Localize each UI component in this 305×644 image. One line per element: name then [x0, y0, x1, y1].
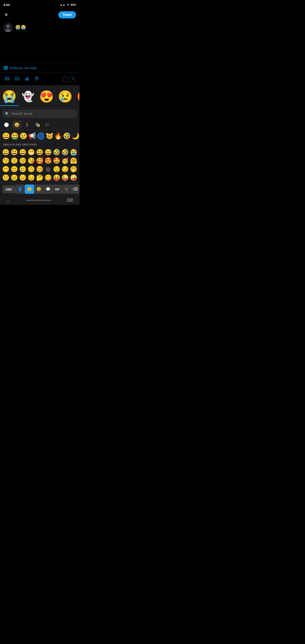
tab-objects[interactable]: 🏷 [43, 121, 52, 129]
emoji-key[interactable]: 😊 [25, 184, 34, 194]
emoji-category-tabs: 🕐 😀 🚶 🎭 🏷 [0, 120, 80, 130]
emoji-panel: 😭 👻 😍 😢 😡 🔍 🕐 😀 🚶 🎭 🏷 😀 🤮 😢 📢 🌀 😿 🔥 🤣 🌙 … [0, 86, 80, 205]
emoji-smiley[interactable]: 😃 [10, 148, 19, 156]
avatar-image [4, 23, 13, 32]
featured-emoji-ghost[interactable]: 👻 [19, 87, 37, 106]
emoji-holding-back-tears[interactable]: 🥲 [19, 165, 27, 173]
emoji-partying[interactable]: 🥳 [61, 156, 69, 165]
emoji-smiling-hearts[interactable]: 🥰 [36, 156, 44, 165]
tab-smileys[interactable]: 😀 [12, 120, 22, 129]
sticker2-key[interactable]: 😃 [34, 184, 44, 194]
poll-button[interactable] [23, 74, 31, 84]
recent-emoji-row: 😀 🤮 😢 📢 🌀 😿 🔥 🤣 🌙 [0, 130, 80, 142]
emoji-slightly-smiling[interactable]: 🙂 [10, 165, 19, 173]
emoji-slightly-frowning[interactable]: 🙁 [2, 173, 10, 182]
emoji-rofl2[interactable]: 🤣 [61, 148, 69, 156]
svg-point-1 [6, 24, 10, 28]
svg-rect-9 [28, 77, 28, 80]
emoji-relaxed[interactable]: ☺ [44, 165, 52, 173]
top-bar: ✕ Tweet [0, 9, 80, 20]
svg-rect-3 [6, 77, 9, 80]
compose-toolbar: GIF + [0, 73, 80, 86]
recent-emoji-6[interactable]: 😿 [46, 132, 54, 140]
emoji-pensive[interactable]: 😔 [27, 173, 36, 182]
emoji-neutral[interactable]: 😐 [10, 173, 19, 182]
emoji-star-struck[interactable]: 🤩 [52, 156, 61, 165]
tab-activities[interactable]: 🎭 [33, 120, 42, 129]
emoticon-key[interactable]: :-) [62, 184, 70, 194]
keyboard-bottom-row: ABC 👤 😊 😃 💬 GIF :-) ⌫ [0, 182, 80, 196]
tab-people[interactable]: 🚶 [22, 120, 32, 129]
tweet-button[interactable]: Tweet [58, 11, 76, 18]
image-button[interactable] [4, 74, 12, 84]
signal-icon: ▲▲ [60, 3, 65, 6]
emoji-blush[interactable]: 😊 [36, 165, 44, 173]
hide-keyboard-button[interactable]: ⌄ [6, 198, 10, 203]
emoji-winking-tongue[interactable]: 😜 [61, 173, 69, 182]
emoji-thinking[interactable]: 🤔 [36, 173, 44, 182]
recent-emoji-4[interactable]: 📢 [28, 132, 36, 140]
svg-point-10 [36, 78, 37, 79]
emoji-search-input[interactable] [12, 112, 74, 116]
add-content-button[interactable]: + [70, 76, 76, 82]
reply-setting[interactable]: 🌐 Everyone can reply [0, 63, 80, 73]
emoji-shushing[interactable]: 🤭 [69, 165, 78, 173]
gif-button[interactable]: GIF [13, 74, 21, 84]
emoji-smirk[interactable]: 😏 [61, 165, 69, 173]
home-bar: ⌄ ⌨ [0, 196, 80, 205]
emoji-rofl[interactable]: 🤣 [52, 148, 61, 156]
close-button[interactable]: ✕ [4, 11, 9, 18]
emoji-kissing-heart[interactable]: 😘 [27, 156, 36, 165]
status-bar: 4:04 ▲▲ ▼ 93% [0, 0, 80, 9]
emoji-no-mouth[interactable]: 😶 [2, 165, 10, 173]
emoji-yum[interactable]: 😋 [44, 173, 52, 182]
featured-emoji-angry[interactable]: 😡 [74, 87, 80, 106]
featured-emojis-row: 😭 👻 😍 😢 😡 [0, 86, 80, 108]
emoji-search-bar: 🔍 [2, 110, 77, 118]
featured-emoji-crying2[interactable]: 😢 [56, 87, 74, 106]
emoji-smile[interactable]: 😄 [19, 148, 27, 156]
avatar [4, 23, 13, 32]
home-indicator [26, 200, 51, 201]
featured-emoji-crying[interactable]: 😭 [0, 87, 19, 106]
backspace-key[interactable]: ⌫ [70, 184, 80, 194]
reply-label: Everyone can reply [10, 66, 37, 70]
recent-emoji-8[interactable]: 🤣 [63, 132, 71, 140]
emoji-sweat-smile[interactable]: 😅 [44, 148, 52, 156]
emoji-stuck-out-tongue[interactable]: 😝 [52, 173, 61, 182]
tweet-text[interactable]: 😭😭 [15, 23, 76, 60]
recent-emoji-1[interactable]: 😀 [2, 132, 10, 140]
compose-area: 😭😭 [0, 20, 80, 63]
location-button[interactable] [32, 74, 41, 84]
tab-recent[interactable]: 🕐 [2, 120, 11, 129]
battery-text: 93% [70, 3, 76, 6]
recent-emoji-7[interactable]: 🔥 [54, 132, 62, 140]
recent-emoji-9[interactable]: 🌙 [72, 132, 80, 140]
recent-emoji-3[interactable]: 😢 [20, 132, 27, 140]
emoji-kissing-smiling[interactable]: 😙 [10, 156, 19, 165]
char-counter [62, 76, 68, 82]
featured-emoji-heart-eyes[interactable]: 😍 [37, 87, 56, 106]
emoji-laughing[interactable]: 😆 [36, 148, 44, 156]
emoji-sob[interactable]: 😭 [69, 148, 78, 156]
search-icon: 🔍 [5, 112, 9, 116]
sticker-key[interactable]: 👤 [16, 184, 25, 194]
emoji-grinning[interactable]: 😀 [2, 148, 10, 156]
emoji-zany[interactable]: 🤪 [69, 173, 78, 182]
gif-key[interactable]: GIF [53, 184, 62, 194]
emoji-relieved[interactable]: 😌 [52, 165, 61, 173]
abc-key[interactable]: ABC [2, 185, 16, 193]
recent-emoji-5[interactable]: 🌀 [37, 132, 45, 140]
emoji-heart-eyes[interactable]: 😍 [44, 156, 52, 165]
recent-emoji-2[interactable]: 🤮 [11, 132, 19, 140]
svg-rect-7 [25, 79, 26, 80]
emoji-hugs[interactable]: 🤗 [69, 156, 78, 165]
keyboard-settings-button[interactable]: ⌨ [67, 198, 73, 203]
emoji-grin[interactable]: 😁 [27, 148, 36, 156]
emoji-expressionless[interactable]: 😑 [19, 173, 27, 182]
svg-rect-8 [26, 78, 27, 80]
emoji-upside-down[interactable]: 🙃 [27, 165, 36, 173]
emoji-kissing[interactable]: 😗 [2, 156, 10, 165]
memoji-key[interactable]: 💬 [44, 184, 53, 194]
emoji-kissing-closed[interactable]: 😚 [19, 156, 27, 165]
